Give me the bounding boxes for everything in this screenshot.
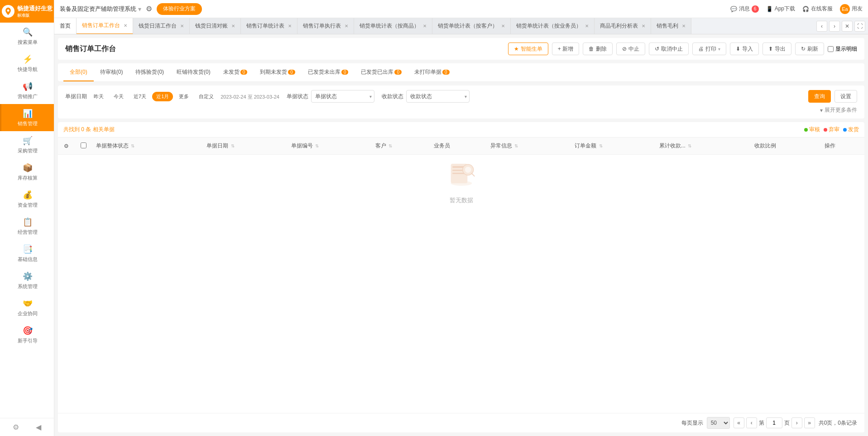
subtab-shipped-out[interactable]: 已发货已出库0 <box>355 63 408 81</box>
date-chip-today[interactable]: 今天 <box>110 92 128 101</box>
refresh-button[interactable]: ↻ 刷新 <box>795 43 824 55</box>
sidebar-item-system[interactable]: ⚙️ 系统管理 <box>0 267 54 294</box>
subtab-not-shipped[interactable]: 未发货0 <box>217 63 254 81</box>
online-service-button[interactable]: 🎧 在线客服 <box>802 5 833 13</box>
date-range-display: 2023-02-24 至 2023-03-24 <box>221 94 279 100</box>
sidebar-item-guide[interactable]: 🎯 新手引导 <box>0 321 54 348</box>
subtab-shipped-not-out[interactable]: 已发货未出库0 <box>302 63 355 81</box>
sidebar-item-enterprise[interactable]: 🤝 企业协同 <box>0 294 54 321</box>
tab-product-margin[interactable]: 商品毛利分析表 ✕ <box>595 18 651 34</box>
tab-close-icon[interactable]: ✕ <box>288 24 292 28</box>
date-chip-yesterday[interactable]: 昨天 <box>90 92 108 101</box>
settings-icon[interactable]: ⚙ <box>146 5 152 13</box>
tab-close-icon[interactable]: ✕ <box>231 24 235 28</box>
user-menu-button[interactable]: Ea 用友 <box>840 4 863 14</box>
tab-sales-order-stats[interactable]: 销售订单统计表 ✕ <box>241 18 297 34</box>
tab-close-icon[interactable]: ✕ <box>345 24 348 28</box>
subtab-pending-review[interactable]: 待审核(0) <box>94 63 129 81</box>
page-number-input[interactable] <box>766 417 782 428</box>
tab-close-icon[interactable]: ✕ <box>501 24 505 28</box>
tab-close-icon[interactable]: ✕ <box>682 24 686 28</box>
tab-close-icon[interactable]: ✕ <box>180 24 184 28</box>
sidebar-item-inventory[interactable]: 📦 库存核算 <box>0 158 54 185</box>
add-button[interactable]: + 新增 <box>552 43 579 55</box>
tab-next-button[interactable]: › <box>829 21 840 32</box>
select-all-checkbox[interactable] <box>81 142 86 148</box>
date-chip-7days[interactable]: 近7天 <box>129 92 150 101</box>
sidebar-item-purchase[interactable]: 🛒 采购管理 <box>0 131 54 158</box>
date-chip-more[interactable]: 更多 <box>175 92 193 101</box>
sidebar-item-quick-nav[interactable]: ⚡ 快捷导航 <box>0 50 54 77</box>
subtab-pending-check[interactable]: 待拣验货(0) <box>129 63 170 81</box>
sort-collected-icon[interactable]: ⇅ <box>688 143 691 148</box>
cancel-stop-button[interactable]: ↺ 取消中止 <box>649 43 689 55</box>
payment-select[interactable]: 收款状态 <box>406 90 470 103</box>
export-button[interactable]: ⬆ 导出 <box>762 43 791 55</box>
status-select[interactable]: 单据状态 <box>311 90 374 103</box>
tab-close-icon[interactable]: ✕ <box>642 24 645 28</box>
sidebar-settings-button[interactable]: ⚙ <box>13 423 19 431</box>
tab-sales-stats-customer[interactable]: 销货单统计表（按客户） ✕ <box>432 18 511 34</box>
filter-settings-button[interactable]: 设置 <box>834 90 857 103</box>
tab-sales-stats-product[interactable]: 销货单统计表（按商品） ✕ <box>354 18 432 34</box>
sidebar-item-search[interactable]: 🔍 搜索菜单 <box>0 23 54 50</box>
sort-status-icon[interactable]: ⇅ <box>131 143 134 148</box>
delete-button[interactable]: 🗑 删除 <box>583 43 613 55</box>
tab-cash-reconcile[interactable]: 钱货日清对账 ✕ <box>190 18 241 34</box>
date-chip-custom[interactable]: 自定义 <box>195 92 218 101</box>
subtab-wangpu-pending[interactable]: 旺铺待发货(0) <box>170 63 217 81</box>
sidebar-item-marketing[interactable]: 📢 营销推广 <box>0 77 54 104</box>
tab-maximize-button[interactable]: ⛶ <box>854 21 865 32</box>
subtab-not-printed[interactable]: 未打印单据0 <box>408 63 456 81</box>
topbar-right: 💬 消息 6 📱 App下载 🎧 在线客服 Ea 用友 <box>730 4 863 14</box>
cancel-review-action-button[interactable]: 弃审 <box>824 126 839 133</box>
tab-prev-button[interactable]: ‹ <box>816 21 827 32</box>
page-first-button[interactable]: « <box>734 417 744 428</box>
tab-sales-order-exec[interactable]: 销售订单执行表 ✕ <box>297 18 354 34</box>
tab-sales-profit[interactable]: 销售毛利 ✕ <box>651 18 691 34</box>
sidebar-item-basic-info[interactable]: 📑 基础信息 <box>0 240 54 267</box>
tab-close-icon[interactable]: ✕ <box>423 24 427 28</box>
page-size-select[interactable]: 50 10 20 100 <box>707 417 730 429</box>
import-button[interactable]: ⬇ 导入 <box>730 43 759 55</box>
page-next-button[interactable]: › <box>791 417 802 428</box>
date-chip-1month[interactable]: 近1月 <box>152 92 173 101</box>
sort-customer-icon[interactable]: ⇅ <box>388 143 392 148</box>
subtab-overdue-ship[interactable]: 到期未发货0 <box>254 63 302 81</box>
sort-amount-icon[interactable]: ⇅ <box>599 143 603 148</box>
industry-solution-button[interactable]: 体验行业方案 <box>157 3 202 15</box>
expand-more-button[interactable]: ▾ 展开更多条件 <box>820 106 857 114</box>
tab-close-icon[interactable]: ✕ <box>124 23 127 28</box>
app-download-button[interactable]: 📱 App下载 <box>766 5 795 13</box>
tab-close-icon[interactable]: ✕ <box>585 24 589 28</box>
tab-cash-daily[interactable]: 钱货日清工作台 ✕ <box>133 18 190 34</box>
sidebar-item-operations[interactable]: 📋 经营管理 <box>0 213 54 240</box>
tab-close-all-button[interactable]: ✕ <box>842 21 853 32</box>
sidebar-collapse-button[interactable]: ◀ <box>36 423 41 431</box>
table-wrap[interactable]: ⚙ 单据整体状态 ⇅ 单据日期 ⇅ 单据编号 <box>58 137 864 413</box>
sort-number-icon[interactable]: ⇅ <box>315 143 319 148</box>
print-button[interactable]: 🖨 打印 ▾ <box>692 43 726 55</box>
page-prev-button[interactable]: ‹ <box>746 417 757 428</box>
message-button[interactable]: 💬 消息 6 <box>730 5 759 13</box>
ship-action-button[interactable]: 发货 <box>843 126 859 133</box>
sort-abnormal-icon[interactable]: ⇅ <box>514 143 518 148</box>
tab-sales-stats-staff[interactable]: 销货单统计表（按业务员） ✕ <box>511 18 595 34</box>
content-area: 销售订单工作台 ★ 智能生单 + 新增 🗑 删除 ⊘ 中止 ↺ 取消中止 <box>54 34 868 436</box>
sidebar-navigation: 🔍 搜索菜单 ⚡ 快捷导航 📢 营销推广 📊 销售管理 🛒 采购管理 📦 库存核… <box>0 23 54 418</box>
show-detail-checkbox[interactable] <box>828 46 834 52</box>
stop-button[interactable]: ⊘ 中止 <box>616 43 645 55</box>
tab-home[interactable]: 首页 <box>54 18 77 34</box>
smart-create-button[interactable]: ★ 智能生单 <box>508 43 548 55</box>
sidebar-item-finance[interactable]: 💰 资金管理 <box>0 185 54 213</box>
tab-sales-order-workbench[interactable]: 销售订单工作台 ✕ <box>77 18 133 34</box>
page-last-button[interactable]: » <box>804 417 815 428</box>
query-button[interactable]: 查询 <box>808 90 831 103</box>
subtab-all[interactable]: 全部(0) <box>63 63 94 81</box>
sort-date-icon[interactable]: ⇅ <box>231 143 235 148</box>
show-detail-checkbox-label[interactable]: 显示明细 <box>828 45 857 53</box>
col-checkbox[interactable] <box>74 137 92 155</box>
sidebar-item-sales[interactable]: 📊 销售管理 <box>0 104 54 131</box>
review-action-button[interactable]: 审核 <box>804 126 820 133</box>
col-settings[interactable]: ⚙ <box>58 137 74 155</box>
